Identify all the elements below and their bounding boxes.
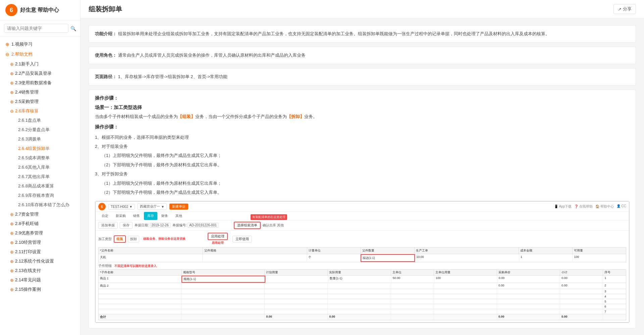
- step2-1: （1）上部明细为父件明细，最终作为产成品生成其它入库单；: [102, 152, 630, 159]
- search-input[interactable]: [4, 24, 68, 33]
- sidebar-item-videos[interactable]: ⊕ 1.视频学习: [0, 39, 80, 49]
- sidebar-item-finance[interactable]: ⊕ 2.7资金管理: [10, 210, 80, 219]
- nav-tree: ⊕ 1.视频学习 ⊖ 2.帮助文档 ⊕ 2.1新手入门 ⊕ 2.2产品安装及登录…: [0, 37, 80, 335]
- upper-table-container: *父件名称 父件规格 计量单位 父件数量 生产工单 成本金额 可用量 天机: [98, 247, 626, 262]
- more-actions: 确认出库 其他: [263, 223, 284, 228]
- sidebar-item-dataprep[interactable]: ⊕ 2.3使用前数据准备: [10, 78, 80, 88]
- operations-title: 操作步骤：: [95, 95, 630, 101]
- sidebar-item-print[interactable]: ⊕ 2.11打印设置: [10, 247, 80, 257]
- lower-table-row-7: 7: [98, 309, 626, 314]
- sidebar-item-ledger-fix[interactable]: 2.6.10库存账本错了怎么办: [18, 200, 80, 210]
- sidebar-item-newuser[interactable]: ⊕ 2.1新手入门: [10, 59, 80, 69]
- btn-disassemble[interactable]: 拆卸: [128, 236, 139, 242]
- nav-sales[interactable]: 销售: [130, 212, 143, 220]
- intro-block: 功能介绍： 组装拆卸单用来处理企业组装或拆卸等加工业务，支持有固定装配清单的产品…: [89, 25, 636, 43]
- upper-table-row: 天机 个 福达(1-1) 10.00 1 100: [98, 254, 626, 262]
- sidebar-item-stocktake[interactable]: 2.6.1盘点单: [18, 116, 80, 125]
- annotation4: 不固定清单可以随时在这里录入: [114, 264, 157, 268]
- sidebar-item-cost-recalc[interactable]: 2.6.8商品成本重算: [18, 181, 80, 191]
- intro-text: 组装拆卸单用来处理企业组装或拆卸等加工业务，支持有固定装配清单的产品加工业务，也…: [118, 31, 550, 36]
- step2-2: （2）下部明细为子件明细，最终作为原材料生成其它出库单。: [102, 161, 630, 169]
- sidebar-sub-helpdocs: ⊕ 2.1新手入门 ⊕ 2.2产品安装及登录 ⊕ 2.3使用前数据准备 ⊕ 2.…: [0, 59, 80, 294]
- sidebar-item-ops[interactable]: ⊕ 2.10经营管理: [10, 238, 80, 247]
- lower-table-row-6: 6: [98, 304, 626, 309]
- lower-table-footer: 合计 0.00 0.00 0.00 0.00: [98, 314, 626, 320]
- search-area: 🔍: [0, 20, 80, 37]
- role-label: 使用角色：: [95, 53, 117, 58]
- enable-btn[interactable]: 启用处理: [208, 233, 228, 240]
- sidebar-item-faq[interactable]: ⊕ 2.14常见问题: [10, 275, 80, 285]
- share-button[interactable]: ↗ 分享: [613, 4, 636, 14]
- new-order-btn[interactable]: 新建单据: [169, 204, 188, 210]
- sidebar-item-personalize[interactable]: ⊕ 2.12系统个性化设置: [10, 257, 80, 266]
- nav-other[interactable]: 其他: [172, 212, 185, 220]
- sidebar-item-transfer[interactable]: 2.6.3调拨单: [18, 134, 80, 144]
- content-area: 功能介绍： 组装拆卸单用来处理企业组装或拆卸等加工业务，支持有固定装配清单的产品…: [80, 18, 644, 335]
- step3-1: （1）上部明细为父件明细，最终作为原材料生成其它出库单；: [102, 179, 630, 187]
- btn-assembly[interactable]: 组装: [114, 235, 126, 243]
- sidebar-item-install[interactable]: ⊕ 2.2产品安装及登录: [10, 69, 80, 78]
- sidebar-item-inventory[interactable]: ⊖ 2.6库存核算: [10, 106, 80, 116]
- branch-dropdown[interactable]: 西藏营业厅一 ▼: [138, 203, 167, 210]
- sidebar-item-inv-ledger[interactable]: 2.6.9库存账本查询: [18, 191, 80, 200]
- step3: 3、对于拆卸业务: [95, 170, 630, 178]
- annotation3-area: 启用处理 启用处理: [208, 233, 228, 245]
- annotation1-bubble: 有装配清单的在这里处理: [251, 214, 287, 220]
- doc-body: 加工类型 组装 拆卸 组装业务、拆卸业务在这里切换 启用处理 启用处理 立即使用: [96, 231, 629, 322]
- lower-table-row-2: 商品 2 0.00 0.00 2: [98, 283, 626, 289]
- collapse-icon: ⊖: [5, 52, 9, 57]
- sidebar-item-online-pay[interactable]: ⊕ 2.13在线支付: [10, 266, 80, 275]
- upper-table-header: *父件名称 父件规格 计量单位 父件数量 生产工单 成本金额 可用量: [98, 247, 626, 254]
- field-id: 单据编号: AD-20191226-001: [172, 223, 218, 228]
- nav-purchase[interactable]: 新采购: [112, 212, 129, 220]
- search-button[interactable]: 🔍: [70, 26, 76, 31]
- btn-save-doc[interactable]: 保存: [120, 222, 132, 229]
- logo-icon: 6: [5, 4, 17, 16]
- sidebar: 6 好生意 帮助中心 🔍 ⊕ 1.视频学习 ⊖ 2.帮助文档 ⊕ 2.1新手入门…: [0, 0, 80, 335]
- app-screenshot: 6 TEST-H002 ▼ 西藏营业厅一 ▼ 新建单据 📱 App下载 ❓: [95, 201, 629, 323]
- field-date: 单据日期: 2019-12-26: [135, 223, 170, 228]
- step2: 2、对于组装业务: [95, 143, 630, 150]
- sidebar-item-sales[interactable]: ⊕ 2.4销售管理: [10, 88, 80, 97]
- logo-text: 好生意 帮助中心: [20, 7, 59, 14]
- sidebar-item-coupon[interactable]: ⊕ 2.9优惠券管理: [10, 228, 80, 238]
- sidebar-item-purchase[interactable]: ⊕ 2.5采购管理: [10, 97, 80, 106]
- nav-finance[interactable]: 财务: [158, 212, 171, 220]
- share-icon: ↗: [618, 7, 622, 12]
- sidebar-item-helpdocs[interactable]: ⊖ 2.帮助文档: [0, 49, 80, 59]
- confirm-btn[interactable]: 立即使用: [232, 236, 252, 242]
- annotation1-area: 选择组装清单 有装配清单的在这里处理: [234, 222, 261, 229]
- lower-section-label: 子件明细 不固定清单可以随时在这里录入: [98, 264, 626, 268]
- path-block: 页面路径： 1、库存核算->库存管理->组装拆卸单 2、首页->常用功能: [89, 68, 636, 86]
- company-dropdown[interactable]: TEST-H002 ▼: [108, 204, 135, 210]
- app-logo-sm: 6: [98, 203, 106, 210]
- role-text: 通常由生产人员或库管人员完成拆装业务的操作，库管人员确认原材料的出库和产成品的入…: [118, 53, 306, 58]
- annotation3-label: 启用处理: [212, 241, 224, 245]
- sidebar-item-cases[interactable]: ⊕ 2.15操作案例: [10, 285, 80, 294]
- app-top-icons: 📱 App下载 ❓ 在线帮助 🏠 帮助中心 👤 CC: [554, 204, 626, 209]
- lower-table-row-5: 5: [98, 299, 626, 304]
- expand-icon: ⊕: [5, 42, 9, 47]
- sidebar-item-cost-adjust[interactable]: 2.6.5成本调整单: [18, 153, 80, 163]
- steps-title: 操作步骤：: [95, 124, 630, 130]
- sidebar-item-other-in[interactable]: 2.6.6其他入库单: [18, 163, 80, 172]
- logo-area: 6 好生意 帮助中心: [0, 0, 80, 20]
- sidebar-item-assembly[interactable]: 2.6.4组装拆卸单: [18, 144, 80, 153]
- nav-inventory[interactable]: 库存: [144, 212, 157, 220]
- assembly-btn-annotated[interactable]: 选择组装清单: [234, 222, 261, 229]
- doc-toolbar: 添加单据 保存 单据日期: 2019-12-26 单据编号: AD-201912…: [96, 220, 629, 231]
- sidebar-item-partial-stocktake[interactable]: 2.6.2分量盘点单: [18, 125, 80, 134]
- type-select-row: 加工类型 组装 拆卸 组装业务、拆卸业务在这里切换 启用处理 启用处理 立即使用: [98, 233, 626, 245]
- screenshot-container: 6 TEST-H002 ▼ 西藏营业厅一 ▼ 新建单据 📱 App下载 ❓: [95, 201, 630, 323]
- lower-table-row-4: 4: [98, 294, 626, 299]
- btn-add-order[interactable]: 添加单据: [98, 222, 118, 229]
- step1: 1、根据不同的业务，选择不同单据的类型来处理: [95, 133, 630, 141]
- steps-block: 操作步骤： 场景一：加工类型选择 当由多个子件材料组装成一个成品的业务为【组装】…: [89, 90, 636, 329]
- annotation2: 组装业务、拆卸业务在这里切换: [143, 237, 185, 241]
- sidebar-item-mobile[interactable]: ⊕ 2.8手机旺铺: [10, 219, 80, 228]
- lower-table-row-3: 3: [98, 289, 626, 294]
- path-text: 1、库存核算->库存管理->组装拆卸单 2、首页->常用功能: [118, 74, 228, 79]
- nav-custom[interactable]: 自定: [98, 212, 112, 220]
- scene1-title: 场景一：加工类型选择: [95, 105, 630, 111]
- sidebar-item-other-out[interactable]: 2.6.7其他出库单: [18, 172, 80, 181]
